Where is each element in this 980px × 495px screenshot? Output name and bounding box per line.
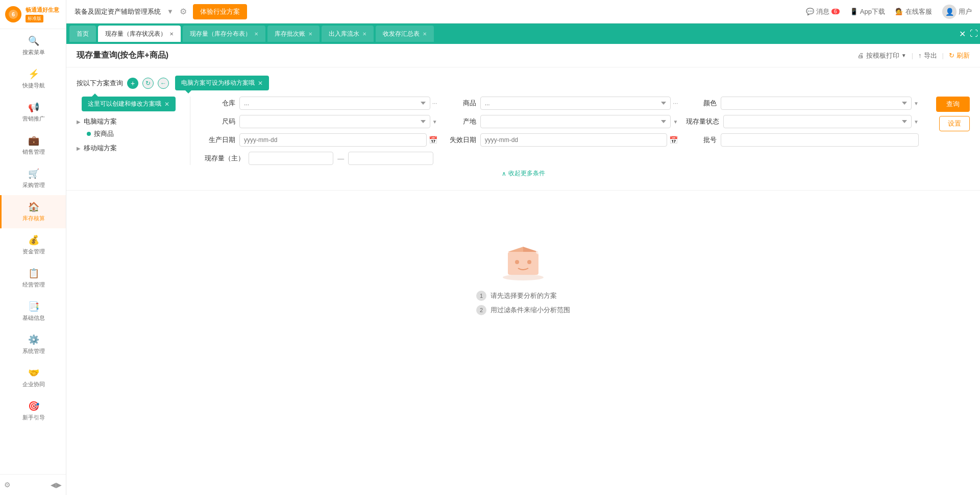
filter-back-btn[interactable]: ←: [158, 78, 169, 89]
desktop-scheme-header[interactable]: ▶ 电脑端方案: [77, 115, 176, 128]
tooltip2-close-btn[interactable]: ✕: [164, 101, 169, 108]
setting-btn[interactable]: 设置: [939, 116, 970, 131]
operations-icon: 📋: [28, 268, 39, 279]
sidebar-item-guide[interactable]: 🎯 新手引导: [0, 394, 66, 428]
print-dropdown-icon: ▼: [901, 53, 906, 58]
tab-close-inventory-dist[interactable]: ✕: [254, 31, 258, 37]
sidebar-item-operations[interactable]: 📋 经营管理: [0, 262, 66, 295]
filter-row-1: 仓库 ··· 商品: [205, 97, 919, 110]
step-1-text: 请先选择要分析的方案: [491, 291, 557, 300]
expiry-date-input[interactable]: [480, 133, 668, 147]
production-date-label: 生产日期: [205, 135, 235, 145]
mobile-scheme-group: ▶ 移动端方案: [77, 142, 176, 154]
stock-main-input-from[interactable]: [249, 152, 333, 165]
color-input[interactable]: [721, 97, 912, 110]
sales-icon: 💼: [28, 135, 39, 146]
print-btn[interactable]: 🖨 按模板打印 ▼: [857, 51, 906, 60]
origin-input[interactable]: [480, 115, 671, 128]
sidebar-item-search[interactable]: 🔍 搜索菜单: [0, 29, 66, 62]
dropdown-arrow-icon[interactable]: ▼: [167, 8, 174, 15]
sidebar-item-marketing[interactable]: 📢 营销推广: [0, 96, 66, 129]
collapse-more-btn[interactable]: ∧ 收起更多条件: [502, 169, 545, 178]
tab-fullscreen-btn[interactable]: ⛶: [970, 29, 978, 38]
collapse-sidebar-btn[interactable]: ◀▶: [51, 481, 62, 489]
tooltip1-arrow: [185, 90, 191, 93]
sidebar-item-sales[interactable]: 💼 销售管理: [0, 129, 66, 162]
production-date-calendar-icon[interactable]: 📅: [429, 136, 437, 144]
message-badge: 6: [831, 9, 840, 14]
query-btn[interactable]: 查询: [936, 97, 970, 112]
filter-add-scheme-btn[interactable]: +: [127, 78, 138, 89]
logo-icon: 6: [5, 6, 21, 22]
filter-expiry-date: 失效日期 📅: [446, 133, 678, 147]
tab-inventory-status[interactable]: 现存量（库存状况表） ✕: [98, 26, 181, 42]
phone-icon: 📱: [850, 8, 858, 15]
tab-inout[interactable]: 出入库流水 ✕: [322, 26, 374, 42]
filter-production-date: 生产日期 📅: [205, 133, 437, 147]
page-header: 现存量查询(按仓库+商品) 🖨 按模板打印 ▼ | ↑ 导出 |: [66, 44, 980, 67]
warehouse-more-icon: ···: [432, 100, 437, 107]
scheme-item-goods[interactable]: 按商品: [87, 128, 176, 140]
svg-point-8: [503, 274, 544, 280]
export-icon: ↑: [918, 52, 922, 59]
mobile-scheme-header[interactable]: ▶ 移动端方案: [77, 142, 176, 154]
size-input[interactable]: [239, 115, 430, 128]
online-support-btn[interactable]: 💁 在线客服: [895, 7, 932, 16]
user-btn[interactable]: 👤 用户: [942, 5, 972, 19]
production-date-input[interactable]: [239, 133, 427, 147]
tab-home[interactable]: 首页: [69, 26, 96, 42]
goods-input[interactable]: [480, 97, 671, 110]
stock-main-input-to[interactable]: [348, 152, 433, 165]
color-dropdown-icon: ▼: [914, 101, 919, 106]
svg-point-5: [515, 260, 519, 264]
stock-status-dropdown-icon: ▼: [914, 119, 919, 125]
filter-area: 按以下方案查询 + ↻ ← 电脑方案可设为移动方案哦 ✕: [66, 67, 980, 191]
filter-refresh-btn[interactable]: ↻: [142, 78, 154, 89]
page-inner: 现存量查询(按仓库+商品) 🖨 按模板打印 ▼ | ↑ 导出 |: [66, 44, 980, 495]
settings-bottom-btn[interactable]: ⚙: [4, 481, 11, 489]
app-download-btn[interactable]: 📱 App下载: [850, 7, 885, 16]
quick-nav-icon: ⚡: [28, 68, 39, 80]
message-icon: 💬: [806, 8, 814, 15]
refresh-btn[interactable]: ↻ 刷新: [949, 51, 970, 60]
expiry-date-calendar-icon[interactable]: 📅: [669, 136, 678, 144]
tab-close-inventory-status[interactable]: ✕: [169, 31, 174, 37]
settings-gear-icon[interactable]: ⚙: [180, 7, 187, 16]
goods-label: 商品: [446, 99, 476, 108]
export-btn[interactable]: ↑ 导出: [918, 51, 937, 60]
basic-info-icon: 📑: [28, 301, 39, 312]
batch-input[interactable]: [721, 133, 919, 147]
sidebar: 6 畅通通好生意 标准版 🔍 搜索菜单 ⚡ 快捷导航 📢 营销推广 💼: [0, 0, 66, 495]
sidebar-item-basic-info[interactable]: 📑 基础信息: [0, 295, 66, 328]
divider: [190, 97, 190, 165]
tab-close-inout[interactable]: ✕: [362, 31, 366, 37]
sidebar-item-enterprise[interactable]: 🤝 企业协同: [0, 361, 66, 394]
step-2-text: 用过滤条件来缩小分析范围: [491, 305, 570, 315]
filter-goods: 商品 ···: [446, 97, 678, 110]
tab-batch[interactable]: 库存批次账 ✕: [267, 26, 320, 42]
warehouse-input[interactable]: [239, 97, 430, 110]
tab-close-batch[interactable]: ✕: [308, 31, 312, 37]
sidebar-item-inventory[interactable]: 🏠 库存核算: [0, 195, 66, 228]
print-icon: 🖨: [857, 52, 864, 59]
tooltip1-close-btn[interactable]: ✕: [258, 80, 263, 87]
svg-point-7: [536, 249, 541, 254]
goods-more-icon: ···: [673, 100, 678, 107]
size-label: 尺码: [205, 117, 235, 126]
tab-close-summary[interactable]: ✕: [423, 31, 427, 37]
stock-status-label: 现存量状态: [686, 117, 719, 126]
sidebar-item-quick-nav[interactable]: ⚡ 快捷导航: [0, 62, 66, 96]
trial-btn[interactable]: 体验行业方案: [193, 4, 247, 19]
tab-inventory-dist[interactable]: 现存量（库存分布表） ✕: [183, 26, 265, 42]
message-btn[interactable]: 💬 消息 6: [806, 7, 840, 16]
refresh-icon: ↻: [949, 52, 954, 59]
tab-close-all-btn[interactable]: ✕: [959, 29, 966, 39]
sidebar-item-system[interactable]: ⚙️ 系统管理: [0, 328, 66, 361]
sidebar-item-purchase[interactable]: 🛒 采购管理: [0, 162, 66, 195]
tab-summary[interactable]: 收发存汇总表 ✕: [376, 26, 434, 42]
empty-state-steps: 1 请先选择要分析的方案 2 用过滤条件来缩小分析范围: [476, 291, 570, 315]
desktop-scheme-children: 按商品: [77, 128, 176, 140]
sidebar-item-finance[interactable]: 💰 资金管理: [0, 228, 66, 262]
sidebar-logo: 6 畅通通好生意 标准版: [0, 0, 66, 29]
stock-status-input[interactable]: [723, 115, 912, 128]
